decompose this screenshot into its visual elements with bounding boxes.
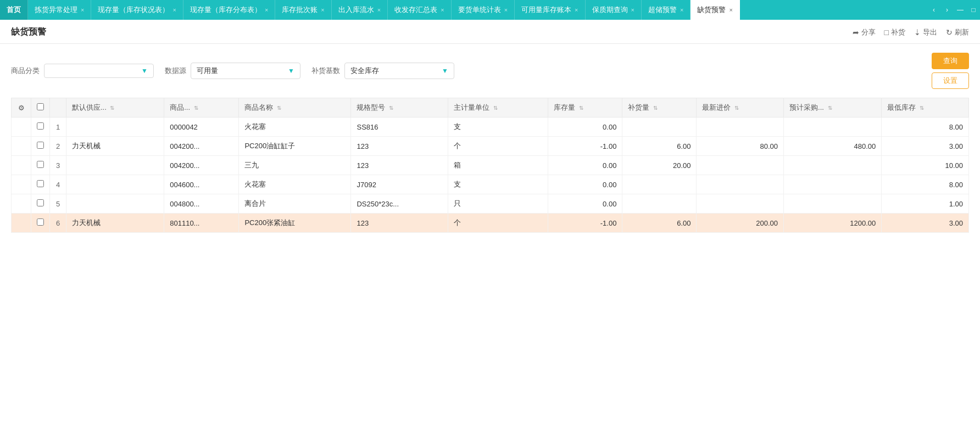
tab-home[interactable]: 首页 xyxy=(0,0,28,20)
tab-overstock[interactable]: 超储预警 × xyxy=(642,0,691,20)
close-tab-batch-account-icon[interactable]: × xyxy=(321,7,324,13)
row-checkbox[interactable] xyxy=(37,161,44,168)
tab-batch-account[interactable]: 库存批次账 × xyxy=(275,0,331,20)
tab-batch-account-label: 库存批次账 xyxy=(282,5,318,15)
close-tab-inout-flow-icon[interactable]: × xyxy=(377,7,381,13)
row-spec: SS816 xyxy=(351,117,448,137)
row-unit: 只 xyxy=(448,194,548,214)
row-default-supplier xyxy=(66,156,164,175)
export-label: 导出 xyxy=(923,27,937,37)
tab-home-label: 首页 xyxy=(7,5,21,15)
close-tab-inventory-dist-icon[interactable]: × xyxy=(265,7,268,13)
nav-minimize-btn[interactable]: — xyxy=(954,0,967,20)
close-tab-overstock-icon[interactable]: × xyxy=(680,7,683,13)
row-est-purchase: 1200.00 xyxy=(784,214,882,233)
replenish-button[interactable]: □ 补货 xyxy=(884,27,905,37)
row-est-purchase xyxy=(784,156,882,175)
sort-latest-price-icon: ⇅ xyxy=(734,105,739,111)
close-tab-inventory-status-icon[interactable]: × xyxy=(172,7,176,13)
page-title: 缺货预警 xyxy=(11,26,853,38)
refresh-button[interactable]: ↻ 刷新 xyxy=(946,27,969,37)
share-icon: ➦ xyxy=(853,28,859,37)
category-filter-group: 商品分类 ▼ xyxy=(11,64,154,78)
query-button[interactable]: 查询 xyxy=(932,53,969,69)
row-checkbox-cell[interactable] xyxy=(31,175,50,194)
table-row: 4 004600... 火花塞 J7092 支 0.00 8.00 xyxy=(12,175,969,194)
row-product-code: 004200... xyxy=(164,137,239,156)
tab-exception[interactable]: 拣货异常处理 × xyxy=(28,0,91,20)
row-checkbox-cell[interactable] xyxy=(31,194,50,214)
settings-button[interactable]: 设置 xyxy=(932,72,969,89)
th-min-stock[interactable]: 最低库存 ⇅ xyxy=(882,98,969,117)
close-tab-collect-summary-icon[interactable]: × xyxy=(441,7,444,13)
sort-product-code-icon: ⇅ xyxy=(194,105,198,111)
close-tab-order-stat-icon[interactable]: × xyxy=(504,7,508,13)
row-product-name: 火花塞 xyxy=(239,175,351,194)
tab-collect-summary-label: 收发存汇总表 xyxy=(394,5,437,15)
nav-maximize-btn[interactable]: □ xyxy=(967,0,980,20)
row-latest-price xyxy=(697,117,784,137)
row-unit: 支 xyxy=(448,175,548,194)
gear-settings-icon[interactable]: ⚙ xyxy=(18,104,25,112)
export-button[interactable]: ⇣ 导出 xyxy=(914,27,937,37)
th-checkbox[interactable] xyxy=(31,98,50,117)
datasource-select[interactable]: 可用量 ▼ xyxy=(191,63,300,79)
row-latest-price xyxy=(697,156,784,175)
row-checkbox-cell[interactable] xyxy=(31,214,50,233)
tab-order-stat[interactable]: 要货单统计表 × xyxy=(452,0,515,20)
table-row: 3 004200... 三九 123 箱 0.00 20.00 10.00 xyxy=(12,156,969,175)
tab-inventory-status[interactable]: 现存量（库存状况表） × xyxy=(91,0,183,20)
row-checkbox-cell[interactable] xyxy=(31,137,50,156)
th-latest-price[interactable]: 最新进价 ⇅ xyxy=(697,98,784,117)
row-replenish-qty: 6.00 xyxy=(622,137,697,156)
tab-expiry-query[interactable]: 保质期查询 × xyxy=(586,0,642,20)
th-product-name-label: 商品名称 xyxy=(244,103,273,111)
th-est-purchase[interactable]: 预计采购... ⇅ xyxy=(784,98,882,117)
row-checkbox-cell[interactable] xyxy=(31,117,50,137)
nav-left-arrow[interactable]: ‹ xyxy=(927,0,940,20)
tab-overstock-label: 超储预警 xyxy=(648,5,677,15)
nav-right-arrow[interactable]: › xyxy=(940,0,954,20)
th-unit[interactable]: 主计量单位 ⇅ xyxy=(448,98,548,117)
share-button[interactable]: ➦ 分享 xyxy=(853,27,876,37)
row-product-code: 004200... xyxy=(164,156,239,175)
row-spec: DS250*23c... xyxy=(351,194,448,214)
row-replenish-qty xyxy=(622,117,697,137)
select-all-checkbox[interactable] xyxy=(37,103,44,110)
th-stock-qty[interactable]: 库存量 ⇅ xyxy=(548,98,622,117)
th-spec[interactable]: 规格型号 ⇅ xyxy=(351,98,448,117)
th-replenish-qty[interactable]: 补货量 ⇅ xyxy=(622,98,697,117)
row-checkbox[interactable] xyxy=(37,199,44,206)
th-product-name[interactable]: 商品名称 ⇅ xyxy=(239,98,351,117)
th-min-stock-label: 最低库存 xyxy=(887,103,916,111)
refresh-label: 刷新 xyxy=(955,27,969,37)
th-gear[interactable]: ⚙ xyxy=(12,98,31,117)
close-tab-shortage-icon[interactable]: × xyxy=(729,7,732,13)
row-checkbox[interactable] xyxy=(37,142,44,149)
th-default-supplier[interactable]: 默认供应... ⇅ xyxy=(66,98,164,117)
close-tab-available-ledger-icon[interactable]: × xyxy=(575,7,578,13)
row-min-stock: 8.00 xyxy=(882,117,969,137)
tab-inventory-dist[interactable]: 现存量（库存分布表） × xyxy=(183,0,275,20)
th-row-num xyxy=(50,98,66,117)
row-checkbox[interactable] xyxy=(37,180,44,187)
tab-inout-flow[interactable]: 出入库流水 × xyxy=(332,0,388,20)
tab-inout-flow-label: 出入库流水 xyxy=(338,5,374,15)
replenish-base-select[interactable]: 安全库存 ▼ xyxy=(344,63,454,79)
row-latest-price: 80.00 xyxy=(697,137,784,156)
th-stock-qty-label: 库存量 xyxy=(554,103,575,111)
category-select[interactable]: ▼ xyxy=(44,64,154,78)
row-checkbox[interactable] xyxy=(37,122,44,130)
replenish-base-chevron-icon: ▼ xyxy=(442,67,448,75)
th-product-code[interactable]: 商品... ⇅ xyxy=(164,98,239,117)
tab-shortage[interactable]: 缺货预警 × xyxy=(691,0,739,20)
close-tab-expiry-query-icon[interactable]: × xyxy=(631,7,634,13)
tab-collect-summary[interactable]: 收发存汇总表 × xyxy=(388,0,451,20)
row-est-purchase xyxy=(784,175,882,194)
row-product-code: 004600... xyxy=(164,175,239,194)
tab-available-ledger[interactable]: 可用量库存账本 × xyxy=(515,0,585,20)
table-header-row: ⚙ 默认供应... ⇅ 商品... ⇅ 商品名称 xyxy=(12,98,969,117)
row-checkbox[interactable] xyxy=(37,218,44,226)
row-checkbox-cell[interactable] xyxy=(31,156,50,175)
close-tab-exception-icon[interactable]: × xyxy=(81,7,84,13)
